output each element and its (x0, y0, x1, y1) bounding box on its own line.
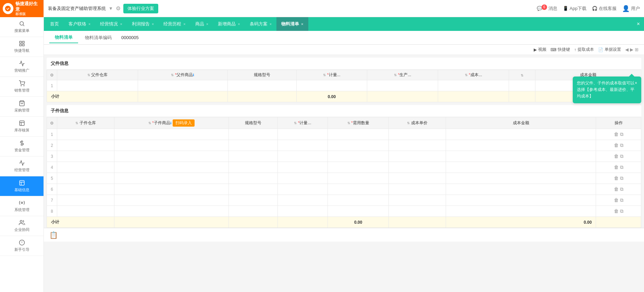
copy-icon[interactable]: ⧉ (620, 175, 623, 181)
parent-unit-cell[interactable] (296, 80, 367, 91)
sidebar-item-marketing[interactable]: 营销推广 (0, 57, 44, 77)
bottom-icon[interactable]: 📋 (49, 231, 58, 239)
tab-goods[interactable]: 商品× (190, 17, 213, 31)
next-page-btn[interactable]: ▶ (630, 47, 633, 52)
sidebar-item-sales[interactable]: 销售管理 (0, 77, 44, 97)
shortcut-btn[interactable]: ⌨ 快捷键 (550, 47, 570, 52)
child-row-num: 6 (47, 184, 57, 195)
expand-icon[interactable]: ⊞ (635, 47, 639, 52)
tab-close-icon[interactable]: × (206, 22, 208, 26)
copy-icon[interactable]: ⧉ (620, 197, 623, 203)
child-goods-cell[interactable] (114, 129, 229, 140)
sub-tab-bom-list[interactable]: 物料清单 (49, 32, 78, 43)
tab-barcode[interactable]: 条码方案× (245, 17, 276, 31)
tooltip-close-btn[interactable]: × (635, 80, 637, 86)
copy-icon[interactable]: ⧉ (620, 164, 623, 170)
sidebar-item-basic-info[interactable]: 基础信息 (0, 176, 44, 196)
user-btn[interactable]: 👤 用户 (622, 5, 640, 12)
delete-icon[interactable]: 🗑 (614, 142, 619, 148)
close-all-tabs-btn[interactable]: × (634, 21, 643, 27)
gear-icon[interactable]: ⚙ (50, 121, 54, 126)
child-unit-cost-cell[interactable] (388, 140, 446, 151)
single-settings-btn[interactable]: 📄 单据设置 (598, 47, 621, 52)
topbar: 装备及固定资产辅助管理系统 ▼ ⚙ 体验行业方案 💬 6 消息 📱 App下载 … (44, 0, 644, 17)
sidebar-item-system[interactable]: 系统管理 (0, 196, 44, 216)
sidebar-item-search[interactable]: 搜索菜单 (0, 17, 44, 37)
parent-production-cell[interactable] (367, 80, 438, 91)
child-goods-cell[interactable] (114, 140, 229, 151)
delete-icon[interactable]: 🗑 (614, 164, 619, 170)
copy-icon[interactable]: ⧉ (620, 208, 623, 214)
experience-btn[interactable]: 体验行业方案 (123, 4, 158, 13)
brand-text: 畅捷通好生意 标准版 (15, 1, 41, 16)
dropdown-arrow-icon[interactable]: ▼ (109, 6, 113, 11)
th-cost: ⇅ *成本... (438, 70, 509, 80)
tab-bom[interactable]: 物料清单× (276, 17, 308, 31)
tab-profit[interactable]: 利润报告× (127, 17, 159, 31)
sidebar-item-purchase[interactable]: 采购管理 (0, 97, 44, 117)
tab-close-icon[interactable]: × (183, 22, 185, 26)
child-unit-cost-cell[interactable] (388, 129, 446, 140)
tab-close-icon[interactable]: × (152, 22, 154, 26)
child-row-num: 8 (47, 206, 57, 217)
gear-icon[interactable]: ⚙ (50, 73, 54, 78)
child-qty-cell[interactable] (328, 140, 389, 151)
prev-page-btn[interactable]: ◀ (625, 47, 629, 52)
delete-icon[interactable]: 🗑 (614, 153, 619, 159)
view-btn[interactable]: ▶ 视频 (534, 47, 546, 52)
message-btn[interactable]: 💬 6 消息 (537, 5, 557, 12)
parent-spec-cell[interactable] (227, 80, 296, 91)
child-qty-cell[interactable] (328, 129, 389, 140)
video-icon: ▶ (534, 47, 537, 52)
delete-icon[interactable]: 🗑 (614, 175, 619, 181)
child-unit-cell[interactable] (277, 129, 328, 140)
tab-close-icon[interactable]: × (88, 22, 90, 26)
child-spec-cell[interactable] (229, 140, 277, 151)
parent-cost-cell[interactable] (438, 80, 509, 91)
copy-icon[interactable]: ⧉ (620, 153, 623, 159)
sidebar-item-finance[interactable]: 资金管理 (0, 137, 44, 156)
tab-add-goods[interactable]: 新增商品× (213, 17, 245, 31)
delete-icon[interactable]: 🗑 (614, 131, 619, 137)
copy-icon[interactable]: ⧉ (620, 131, 623, 137)
copy-icon[interactable]: ⧉ (620, 142, 623, 148)
copy-icon[interactable]: ⧉ (620, 186, 623, 192)
tab-close-icon[interactable]: × (238, 22, 240, 26)
app-download-btn[interactable]: 📱 App下载 (563, 5, 586, 12)
child-spec-cell[interactable] (229, 129, 277, 140)
tab-customer[interactable]: 客户联络× (64, 17, 95, 31)
child-unit-cell[interactable] (277, 140, 328, 151)
delete-icon[interactable]: 🗑 (614, 208, 619, 214)
tab-close-icon[interactable]: × (120, 22, 122, 26)
sub-tab-bom-code[interactable]: 物料清单编码 (79, 33, 117, 43)
sidebar-item-guide[interactable]: 新手引导 (0, 236, 44, 256)
tab-close-icon[interactable]: × (270, 22, 272, 26)
th-unit: ⇅ *计量... (296, 70, 367, 80)
settings-icon[interactable]: ⚙ (116, 5, 121, 12)
tab-close-icon[interactable]: × (301, 22, 303, 26)
th-child-spec: 规格型号 (229, 117, 277, 129)
extract-cost-btn[interactable]: ↑ 提取成本 (574, 47, 594, 52)
tab-operations[interactable]: 经营情况× (95, 17, 127, 31)
child-warehouse-cell[interactable] (57, 140, 114, 151)
parent-goods-cell[interactable] (138, 80, 227, 91)
parent-sort-cell (509, 80, 535, 91)
th-settings[interactable]: ⚙ (47, 70, 57, 80)
tab-history[interactable]: 经营历程× (159, 17, 190, 31)
th-child-settings[interactable]: ⚙ (47, 117, 57, 129)
tab-home[interactable]: 首页 (45, 17, 64, 31)
delete-icon[interactable]: 🗑 (614, 186, 619, 192)
parent-table: ⚙ ⇅ 父件仓库 ⇅ *父件商品ℹ 规格型号 ⇅ *计量... ⇅ *生产...… (47, 70, 641, 102)
pagination-controls: ◀ ▶ ⊞ (625, 47, 639, 52)
sidebar-item-quick-nav[interactable]: 快捷导航 (0, 37, 44, 57)
sidebar-item-inventory[interactable]: 库存核算 (0, 117, 44, 137)
sidebar-item-enterprise[interactable]: 企业协同 (0, 216, 44, 236)
sidebar-item-operations[interactable]: 经营管理 (0, 156, 44, 176)
scan-input-btn[interactable]: 扫码录入 (173, 119, 195, 127)
child-warehouse-cell[interactable] (57, 129, 114, 140)
parent-warehouse-cell[interactable] (57, 80, 138, 91)
delete-icon[interactable]: 🗑 (614, 197, 619, 203)
online-service-btn[interactable]: 🎧 在线客服 (592, 5, 617, 12)
th-child-action: 操作 (596, 117, 641, 129)
tooltip-box: × 您的父件、子件的成本取值可以选择【参考成本、最新进价、平均成本】 (573, 77, 641, 103)
